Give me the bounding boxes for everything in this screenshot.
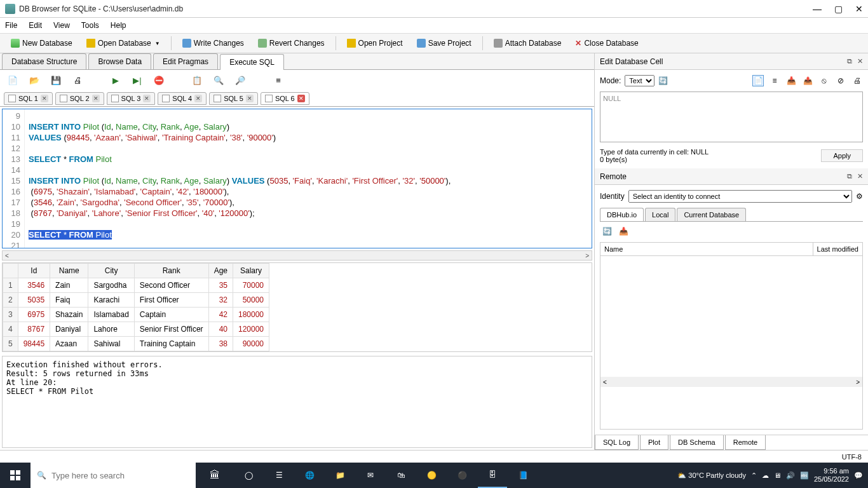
- taskbar-clock[interactable]: 9:56 am 25/05/2022: [814, 467, 849, 484]
- taskbar-search[interactable]: 🔍: [31, 463, 196, 488]
- write-changes-button[interactable]: Write Changes: [177, 36, 250, 50]
- sql-editor[interactable]: 9101112131415161718192021 INSERT INTO Pi…: [2, 109, 592, 248]
- auto-format-button[interactable]: 🔄: [658, 76, 668, 85]
- undock-icon[interactable]: ⧉: [847, 57, 852, 65]
- remote-tab-local[interactable]: Local: [645, 208, 675, 221]
- tab-browse-data[interactable]: Browse Data: [88, 53, 151, 69]
- search-input[interactable]: [51, 471, 189, 480]
- table-row[interactable]: 25035FaiqKarachiFirst Officer3250000: [3, 293, 269, 308]
- col-name[interactable]: Name: [50, 264, 88, 278]
- col-id[interactable]: Id: [18, 264, 50, 278]
- menu-tools[interactable]: Tools: [81, 21, 99, 30]
- new-tab-button[interactable]: 📄: [6, 74, 19, 86]
- remote-col-modified[interactable]: Last modified: [813, 243, 862, 255]
- cell-textarea[interactable]: NULL: [600, 92, 863, 142]
- menu-help[interactable]: Help: [111, 21, 126, 30]
- code-area[interactable]: INSERT INTO Pilot (Id, Name, City, Rank,…: [25, 109, 592, 248]
- text-view-icon[interactable]: 📄: [752, 75, 764, 86]
- minimize-button[interactable]: —: [813, 4, 822, 14]
- tab-database-structure[interactable]: Database Structure: [2, 53, 86, 69]
- tray-language-icon[interactable]: 🔤: [800, 471, 809, 480]
- close-tab-icon[interactable]: ✕: [297, 95, 305, 102]
- null-icon[interactable]: ⦸: [818, 75, 830, 86]
- tray-volume-icon[interactable]: 🔊: [786, 471, 795, 480]
- mail-icon[interactable]: ✉: [356, 463, 385, 488]
- clone-icon[interactable]: 📥: [619, 227, 629, 237]
- menu-file[interactable]: File: [5, 21, 17, 30]
- sql-tab-6[interactable]: SQL 6✕: [261, 92, 309, 105]
- close-tab-icon[interactable]: ✕: [143, 95, 151, 102]
- store-icon[interactable]: 🛍: [386, 463, 416, 488]
- import-icon[interactable]: 📥: [785, 75, 797, 86]
- new-database-button[interactable]: New Database: [5, 36, 78, 50]
- col-city[interactable]: City: [88, 264, 134, 278]
- menu-edit[interactable]: Edit: [29, 21, 42, 30]
- editor-scrollbar[interactable]: <>: [2, 250, 592, 261]
- weather-widget[interactable]: ⛅ 30°C Partly cloudy: [677, 471, 746, 480]
- tray-onedrive-icon[interactable]: ☁: [762, 471, 769, 480]
- open-sql-button[interactable]: 📂: [28, 74, 41, 86]
- indent-button[interactable]: ≡: [272, 74, 285, 86]
- save-results-button[interactable]: 📋: [191, 74, 203, 86]
- remote-tab-current[interactable]: Current Database: [677, 208, 746, 221]
- close-tab-icon[interactable]: ✕: [194, 95, 202, 102]
- notifications-icon[interactable]: 💬: [854, 471, 863, 480]
- open-project-button[interactable]: Open Project: [341, 36, 409, 50]
- btab-sql-log[interactable]: SQL Log: [595, 435, 639, 450]
- clear-icon[interactable]: ⊘: [835, 75, 846, 86]
- close-tab-icon[interactable]: ✕: [92, 95, 100, 102]
- execute-button[interactable]: ▶: [109, 74, 122, 86]
- task-view-icon[interactable]: ◯: [234, 463, 263, 488]
- start-button[interactable]: [0, 463, 31, 488]
- print-button[interactable]: 🖨: [71, 74, 84, 86]
- close-tab-icon[interactable]: ✕: [246, 95, 254, 102]
- sql-tab-1[interactable]: SQL 1✕: [4, 92, 53, 105]
- btab-plot[interactable]: Plot: [640, 435, 668, 450]
- col-salary[interactable]: Salary: [233, 264, 269, 278]
- btab-db-schema[interactable]: DB Schema: [670, 435, 724, 450]
- sql-tab-2[interactable]: SQL 2✕: [55, 92, 104, 105]
- dbbrowser-taskbar-icon[interactable]: 🗄: [478, 463, 507, 488]
- save-project-button[interactable]: Save Project: [411, 36, 477, 50]
- explorer-icon[interactable]: 📁: [325, 463, 355, 488]
- print-cell-icon[interactable]: 🖨: [851, 75, 863, 86]
- table-row[interactable]: 36975ShazainIslamabadCaptain42180000: [3, 308, 269, 322]
- close-window-button[interactable]: ✕: [855, 4, 863, 14]
- chrome-icon[interactable]: 🟡: [417, 463, 446, 488]
- col-rank[interactable]: Rank: [134, 264, 208, 278]
- maximize-button[interactable]: ▢: [834, 4, 843, 14]
- remote-tab-dbhub[interactable]: DBHub.io: [600, 208, 644, 221]
- refresh-icon[interactable]: 🔄: [602, 227, 613, 237]
- sql-tab-5[interactable]: SQL 5✕: [209, 92, 258, 105]
- obs-icon[interactable]: ⚫: [447, 463, 477, 488]
- tab-edit-pragmas[interactable]: Edit Pragmas: [153, 53, 218, 69]
- remote-scrollbar[interactable]: <>: [600, 377, 862, 387]
- find-button[interactable]: 🔍: [212, 74, 225, 86]
- find-replace-button[interactable]: 🔎: [234, 74, 247, 86]
- sql-tab-4[interactable]: SQL 4✕: [158, 92, 207, 105]
- col-age[interactable]: Age: [208, 264, 233, 278]
- attach-database-button[interactable]: Attach Database: [488, 36, 567, 50]
- identity-select[interactable]: Select an identity to connect: [628, 190, 852, 203]
- execute-line-button[interactable]: ▶|: [131, 74, 144, 86]
- stop-button[interactable]: ⛔: [153, 74, 165, 86]
- sql-tab-3[interactable]: SQL 3✕: [107, 92, 156, 105]
- close-database-button[interactable]: ✕Close Database: [569, 36, 644, 50]
- export-icon[interactable]: 📤: [802, 75, 813, 86]
- mode-select[interactable]: Text: [625, 75, 654, 86]
- table-row[interactable]: 48767DaniyalLahoreSenior First Officer40…: [3, 322, 269, 337]
- table-row[interactable]: 13546ZainSargodhaSecond Officer3570000: [3, 278, 269, 293]
- open-database-button[interactable]: Open Database▼: [81, 36, 166, 50]
- close-panel-icon[interactable]: ✕: [857, 172, 863, 180]
- table-row[interactable]: 598445AzaanSahiwalTraining Captain389000…: [3, 337, 269, 351]
- tray-network-icon[interactable]: 🖥: [774, 471, 781, 479]
- word-icon[interactable]: 📘: [508, 463, 538, 488]
- btab-remote[interactable]: Remote: [725, 435, 766, 450]
- close-panel-icon[interactable]: ✕: [857, 57, 863, 65]
- undock-icon[interactable]: ⧉: [847, 172, 852, 180]
- rtl-icon[interactable]: ≡: [769, 75, 780, 86]
- close-tab-icon[interactable]: ✕: [41, 95, 48, 102]
- identity-settings-icon[interactable]: ⚙: [856, 192, 863, 201]
- tray-chevron-icon[interactable]: ⌃: [751, 471, 757, 480]
- tab-execute-sql[interactable]: Execute SQL: [220, 54, 284, 70]
